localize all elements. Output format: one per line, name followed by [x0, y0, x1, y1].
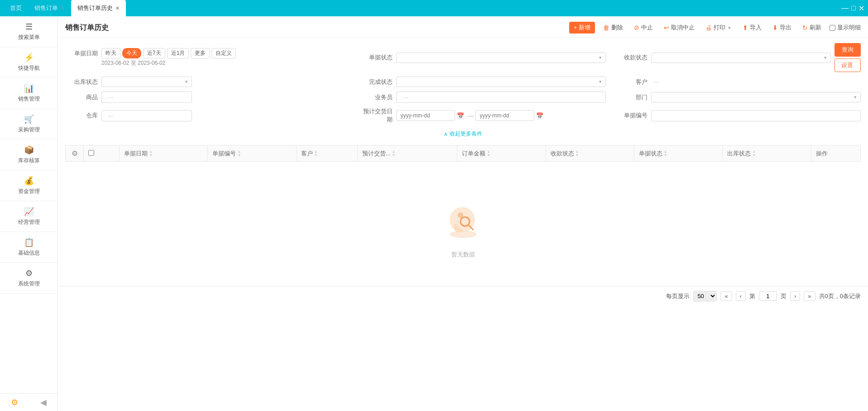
top-bar: 首页 销售订单 ✕ 销售订单历史 ✕ — □ ✕: [0, 0, 868, 16]
customer-col-header[interactable]: 客户 ▲▼: [296, 145, 357, 162]
collapse-filter-button[interactable]: ∧ 收起更多条件: [65, 128, 861, 140]
customer-input-wrap: ···: [651, 78, 861, 85]
out-status-select[interactable]: ▾: [101, 77, 192, 87]
export-button[interactable]: ⬇ 导出: [770, 22, 794, 34]
select-all-checkbox[interactable]: [88, 150, 94, 156]
import-button[interactable]: ⬆ 导入: [740, 22, 764, 34]
date-sort[interactable]: 单据日期 ▲▼: [124, 150, 203, 158]
delivery-end-calendar-icon[interactable]: 📅: [536, 112, 543, 119]
customer-dots[interactable]: ···: [654, 78, 659, 85]
tab-sales-order[interactable]: 销售订单 ✕: [28, 0, 71, 16]
out-status-col-header[interactable]: 出库状态 ▲▼: [723, 145, 811, 162]
total-text: 共0页，0条记录: [819, 292, 861, 300]
filter-col-warehouse: 仓库 ···: [65, 110, 360, 121]
receipt-status-select[interactable]: ▾: [651, 53, 831, 63]
print-button[interactable]: 🖨 打印 ▼: [703, 22, 734, 34]
out-status-sort[interactable]: 出库状态 ▲▼: [727, 150, 806, 158]
query-button[interactable]: 查询: [834, 43, 861, 57]
page-unit: 页: [781, 292, 786, 300]
date-btn-custom[interactable]: 自定义: [211, 48, 236, 58]
next-page-btn[interactable]: ›: [790, 291, 800, 301]
pagination-bar: 每页显示 10 20 50 100 « ‹ 第 页 › » 共0页，0条记录: [58, 286, 868, 306]
tab-sales-order-history[interactable]: 销售订单历史 ✕: [71, 0, 126, 16]
sidebar-item-search-menu[interactable]: ☰ 搜索菜单: [0, 16, 58, 47]
warehouse-label: 仓库: [65, 111, 101, 120]
no-col-header[interactable]: 单据编号 ▲▼: [208, 145, 296, 162]
date-btn-today[interactable]: 今天: [122, 48, 141, 58]
date-btn-yesterday[interactable]: 昨天: [101, 48, 120, 58]
display-detail-checkbox[interactable]: 显示明细: [830, 24, 861, 32]
sidebar-item-inventory[interactable]: 📦 库存核算: [0, 140, 58, 170]
date-btn-1month[interactable]: 近1月: [167, 48, 189, 58]
delivery-sort[interactable]: 预计交货... ▲▼: [362, 150, 453, 158]
close-tab-sales-order-history[interactable]: ✕: [115, 5, 120, 11]
sidebar-item-sales-mgmt[interactable]: 📊 销售管理: [0, 78, 58, 109]
delivery-col-header[interactable]: 预计交货... ▲▼: [357, 145, 457, 162]
sidebar-item-sys-mgmt[interactable]: ⚙ 系统管理: [0, 263, 58, 294]
settings-col-header[interactable]: ⚙: [66, 145, 84, 162]
warehouse-dots[interactable]: ···: [108, 112, 113, 119]
sidebar-item-finance-mgmt[interactable]: 💰 资金管理: [0, 170, 58, 201]
table-settings-icon[interactable]: ⚙: [72, 150, 78, 157]
cancel-stop-button[interactable]: ↩ 取消中止: [661, 22, 697, 34]
date-btn-7days[interactable]: 近7天: [143, 48, 165, 58]
complete-status-select[interactable]: ▾: [396, 77, 606, 87]
customer-sort[interactable]: 客户 ▲▼: [301, 150, 353, 158]
date-separator: —: [468, 112, 474, 119]
maximize-btn[interactable]: □: [851, 4, 856, 12]
sidebar-item-label: 经营管理: [18, 218, 40, 226]
goods-dots[interactable]: ···: [108, 94, 113, 101]
receipt-status-col-header[interactable]: 收款状态 ▲▼: [546, 145, 634, 162]
receipt-status-sort-arrows: ▲▼: [575, 150, 579, 157]
order-status-col-header[interactable]: 单据状态 ▲▼: [634, 145, 722, 162]
complete-status-arrow: ▾: [599, 79, 602, 85]
page-number-input[interactable]: [759, 291, 777, 301]
prev-page-btn[interactable]: ‹: [736, 291, 746, 301]
date-col-header[interactable]: 单据日期 ▲▼: [120, 145, 208, 162]
sidebar-item-basic-info[interactable]: 📋 基础信息: [0, 232, 58, 263]
tab-home[interactable]: 首页: [4, 0, 28, 16]
goods-label: 商品: [65, 93, 101, 102]
date-btn-more[interactable]: 更多: [191, 48, 210, 58]
first-page-btn[interactable]: «: [720, 291, 732, 301]
sidebar-item-ops-mgmt[interactable]: 📈 经营管理: [0, 201, 58, 232]
order-status-sort[interactable]: 单据状态 ▲▼: [639, 150, 718, 158]
sidebar-settings-btn[interactable]: ⚙: [11, 397, 18, 407]
sidebar-item-quick-nav[interactable]: ⚡ 快捷导航: [0, 47, 58, 78]
delivery-date-start[interactable]: [396, 110, 455, 121]
page-size-select[interactable]: 10 20 50 100: [693, 291, 717, 301]
minimize-btn[interactable]: —: [841, 4, 849, 12]
settings-button[interactable]: 设置: [834, 58, 861, 72]
filter-area: 单据日期 昨天 今天 近7天 近1月 更多 自定义 2023-06-02 至 2…: [58, 38, 868, 145]
customer-label: 客户: [615, 78, 651, 86]
refresh-button[interactable]: ↻ 刷新: [800, 22, 824, 34]
order-no-input[interactable]: [651, 110, 861, 121]
close-window-btn[interactable]: ✕: [858, 4, 864, 13]
sys-mgmt-icon: ⚙: [25, 268, 33, 278]
sidebar-collapse-btn[interactable]: ◀: [40, 397, 47, 407]
empty-text: 暂无数据: [451, 251, 475, 259]
no-sort[interactable]: 单据编号 ▲▼: [212, 150, 291, 158]
close-tab-sales-order[interactable]: ✕: [61, 5, 65, 11]
stop-button[interactable]: ⊘ 中止: [631, 22, 656, 34]
salesman-dots[interactable]: ···: [403, 94, 408, 101]
date-buttons: 昨天 今天 近7天 近1月 更多 自定义: [101, 48, 236, 58]
receipt-status-sort[interactable]: 收款状态 ▲▼: [551, 150, 629, 158]
amount-col-header[interactable]: 订单金额 ▲▼: [457, 145, 546, 162]
delivery-start-calendar-icon[interactable]: 📅: [457, 112, 464, 119]
new-button[interactable]: + 新增: [569, 22, 595, 34]
sidebar-item-purchase-mgmt[interactable]: 🛒 采购管理: [0, 109, 58, 140]
delivery-date-end[interactable]: [475, 110, 534, 121]
warehouse-input-wrap: ···: [101, 110, 192, 121]
dept-select[interactable]: ▾: [651, 92, 861, 102]
checkbox-col-header: [84, 145, 120, 162]
display-detail-input[interactable]: [830, 25, 835, 31]
last-page-btn[interactable]: »: [804, 291, 815, 301]
customer-sort-arrows: ▲▼: [314, 150, 318, 157]
amount-sort[interactable]: 订单金额 ▲▼: [462, 150, 541, 158]
status-select[interactable]: ▾: [396, 53, 606, 63]
purchase-mgmt-icon: 🛒: [24, 114, 34, 124]
delete-button[interactable]: 🗑 删除: [600, 22, 626, 34]
import-icon: ⬆: [743, 24, 748, 31]
search-menu-icon: ☰: [25, 22, 33, 32]
